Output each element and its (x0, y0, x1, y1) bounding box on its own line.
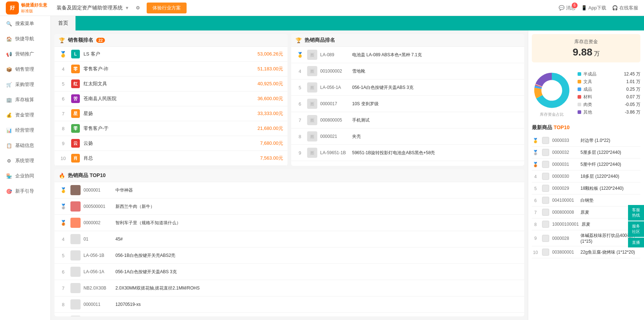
customer-row[interactable]: 4 零 零售客户-许 51,183.00元 (54, 62, 288, 77)
product-sales-row[interactable]: 9 图 LA-59651-1B 59651-1B旋转投影灯电池盒ABS黑色+58… (291, 145, 524, 161)
float-btn-service[interactable]: 客服热线 (628, 205, 644, 221)
fire-icon: 🔥 (59, 173, 65, 179)
rank-cell: 10 (59, 156, 68, 161)
legend-item: 半成品 12.45 万 (578, 71, 640, 77)
sidebar-item-basic[interactable]: 📋 基础信息 (0, 138, 50, 153)
sidebar-item-finance[interactable]: 💰 资金管理 (0, 107, 50, 123)
sidebar-item-system[interactable]: ⚙ 系统管理 (0, 153, 50, 168)
rank-number: 9 (62, 141, 64, 146)
hot-product-row[interactable]: 8 0000011 12070519-xs (54, 296, 524, 313)
tab-home[interactable]: 首页 (51, 16, 76, 30)
float-btn-live[interactable]: 直播 (628, 238, 644, 247)
legend-item: 文具 1.01 万 (578, 79, 640, 85)
inventory-chart: 库存资金占比 半成品 12.45 万 文具 1.01 万 成品 0.25 万 材… (532, 67, 640, 121)
rank-cell: 8 (532, 222, 539, 227)
svg-rect-16 (73, 269, 78, 275)
new-product-row[interactable]: 4 0000030 18多层 (1220*2440) (532, 171, 640, 182)
product-sales-row[interactable]: 4 图 001000002 雪地靴 (291, 63, 524, 79)
customer-row[interactable]: 6 苦 苍南县人民医院 36,600.00元 (54, 91, 288, 106)
sidebar-item-sales[interactable]: 📦 销售管理 (0, 62, 50, 77)
product-image (70, 234, 81, 244)
product-name: 智利车子里（规格不知道填什么） (115, 220, 520, 226)
hot-product-row[interactable]: 🥉 0000002 智利车子里（规格不知道填什么） (54, 215, 524, 231)
product-sales-row[interactable]: 6 图 0000017 10S 变刹罗级 (291, 96, 524, 112)
new-product-code: 003800001 (552, 250, 578, 255)
sidebar-item-search[interactable]: 🔍 搜索菜单 (0, 16, 50, 31)
product-name: 中华神器 (115, 187, 520, 193)
rank-cell: 4 (532, 174, 539, 179)
product-code: 0000011 (83, 302, 113, 307)
hot-product-row[interactable]: 5 LA-056-1B 056-1B白色按键开关壳ABS2壳 (54, 247, 524, 264)
svg-rect-29 (543, 161, 549, 167)
product-sales-row[interactable]: 5 图 LA-056-1A 056-1A白色按键开关盖ABS 3克 (291, 79, 524, 96)
customer-amount: 33,333.00元 (257, 110, 283, 117)
medal-icon: 🥇 (297, 52, 303, 58)
hot-product-row[interactable]: 🥈 000500001 新西兰牛肉（新牛） (54, 198, 524, 215)
topbar: 好 畅捷通好生意 标准版 装备及固定资产辅助管理系统 ▼ ⚙ 体验行业方案 💬 … (0, 0, 644, 16)
customer-row[interactable]: 8 零 零售客户-于 21,680.00元 (54, 121, 288, 136)
online-service-button[interactable]: 🎧 在线客服 (612, 5, 638, 11)
new-product-rows: 🥇 0000033 封边带 (1.0*22) 🥈 0000032 5厘多层 (1… (532, 135, 640, 258)
dropdown-arrow-icon: ▼ (125, 5, 129, 11)
hot-product-row[interactable]: 7 NB2.0X30B 2.0X30MM双搓花轴,搓花直径2.1MM/ROHS (54, 280, 524, 296)
product-name: 夹壳 (352, 134, 520, 140)
new-product-row[interactable]: 🥉 0000031 5厘中纤 (1220*2440) (532, 159, 640, 171)
product-image (542, 161, 549, 168)
messages-button[interactable]: 💬 消息 6 (559, 5, 575, 11)
new-product-row[interactable]: 10 003800001 22g鱼豆腐-烧烤味 (1*12*20) (532, 246, 640, 258)
customer-amount: 36,600.00元 (257, 95, 283, 102)
product-code: LA-056-1A (320, 85, 349, 90)
customer-row[interactable]: 7 星 星扬 33,333.00元 (54, 106, 288, 121)
rank-number: 4 (62, 237, 64, 242)
new-product-code: 0000033 (552, 138, 578, 143)
sidebar-item-purchase[interactable]: 🛒 采购管理 (0, 77, 50, 92)
new-product-row[interactable]: 6 004100001 白钢垫 (532, 194, 640, 206)
rank-cell: 6 (532, 198, 539, 203)
sidebar-item-operation[interactable]: 📊 经营管理 (0, 123, 50, 138)
product-sales-ranking-panel: 🏆 热销商品排名 🥇 图 LA-089 电池盖 LA-089 ABS本色+黑种 … (291, 34, 524, 166)
new-product-row[interactable]: 7 000800008 原麦 (532, 206, 640, 218)
product-code: LA-59651-1B (320, 150, 349, 155)
new-product-row[interactable]: 8 10000100001 原麦 (532, 218, 640, 230)
customer-row[interactable]: 9 云 云扬 7,680.00元 (54, 136, 288, 151)
inventory-icon: 🏢 (6, 97, 12, 103)
product-sales-row[interactable]: 🥇 图 LA-089 电池盖 LA-089 ABS本色+黑种 7.1克 (291, 47, 524, 63)
system-selector[interactable]: 装备及固定资产辅助管理系统 ▼ (57, 5, 129, 11)
float-btn-community[interactable]: 服务社区 (628, 221, 644, 237)
product-sales-row[interactable]: 7 图 000800005 手机测试 (291, 112, 524, 128)
new-product-row[interactable]: 5 0000029 18颗粒板 (1220*2440) (532, 182, 640, 194)
new-product-row[interactable]: 🥇 0000033 封边带 (1.0*22) (532, 135, 640, 147)
hot-product-row[interactable]: 6 LA-056-1A 056-1A白色按键开关盖ABS 3克 (54, 264, 524, 280)
sidebar-item-enterprise[interactable]: 🏪 企业协同 (0, 168, 50, 184)
customer-row[interactable]: 🥇 L LS 客户 53,006.26元 (54, 47, 288, 62)
hot-product-row[interactable]: 9 KK-SD22110H 花语萌恒温分腿睡袋（厚款） (54, 313, 524, 316)
customer-name: 零售客户-许 (83, 66, 254, 72)
new-product-row[interactable]: 🥈 0000032 5厘多层 (1220*2440) (532, 147, 640, 159)
inventory-total-box: 库存总资金 9.88 万 (532, 34, 640, 62)
customer-row[interactable]: 10 肖 肖总 7,563.00元 (54, 151, 288, 166)
logo-text: 畅捷通好生意 标准版 (21, 2, 47, 14)
product-code: 0000021 (320, 134, 349, 139)
trial-button[interactable]: 体验行业方案 (147, 3, 187, 13)
app-download-button[interactable]: 📱 App下载 (581, 5, 606, 11)
hot-product-row[interactable]: 🥇 0000001 中华神器 (54, 182, 524, 198)
sidebar-item-inventory[interactable]: 🏢 库存核算 (0, 92, 50, 107)
inventory-title: 库存总资金 (536, 38, 636, 45)
sidebar-item-quicknav[interactable]: 🏠 快捷导航 (0, 31, 50, 46)
rank-cell: 5 (295, 85, 304, 90)
customer-row[interactable]: 5 红 红太阳文具 40,925.00元 (54, 77, 288, 91)
new-product-row[interactable]: 9 0000028 体碱荔枝味苏打饮品400毫升 (1*15) (532, 230, 640, 246)
product-sales-row[interactable]: 8 图 0000021 夹壳 (291, 128, 524, 145)
product-image (542, 149, 549, 156)
rank-cell: 9 (59, 141, 68, 146)
enterprise-icon: 🏪 (6, 173, 12, 179)
hot-product-row[interactable]: 4 01 45# (54, 231, 524, 247)
new-product-code: 0000030 (552, 174, 578, 179)
sidebar-item-guide[interactable]: 🎯 新手引导 (0, 184, 50, 199)
float-buttons: 客服热线 服务社区 直播 (628, 205, 644, 247)
phone-icon: 📱 (581, 5, 587, 11)
product-image (70, 218, 81, 228)
sidebar-item-marketing[interactable]: 📢 营销推广 (0, 46, 50, 62)
product-sales-rows: 🥇 图 LA-089 电池盖 LA-089 ABS本色+黑种 7.1克 4 图 … (291, 47, 524, 161)
settings-button[interactable]: ⚙ (133, 3, 143, 13)
